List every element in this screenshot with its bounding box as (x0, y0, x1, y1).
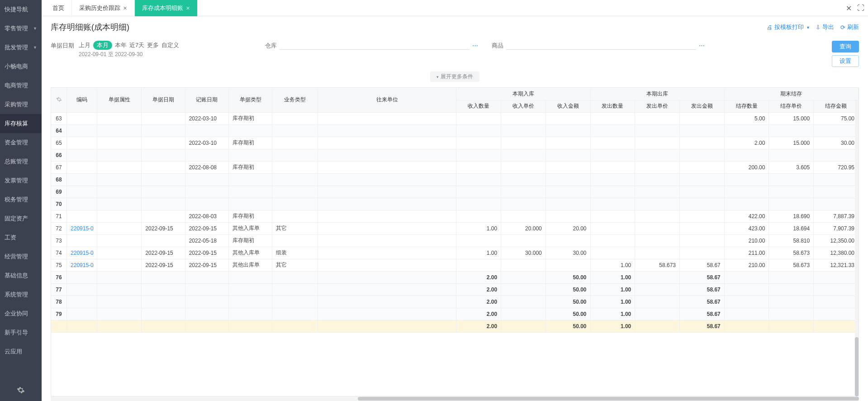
col-attr[interactable]: 单据属性 (97, 88, 142, 112)
col-out-amt[interactable]: 发出金额 (679, 100, 724, 112)
tab[interactable]: 库存成本明细账✕ (135, 0, 198, 16)
col-end-price[interactable]: 结存单价 (769, 100, 814, 112)
warehouse-lookup-icon[interactable]: ⋯ (472, 42, 478, 49)
col-partner[interactable]: 往来单位 (318, 88, 456, 112)
sidebar-item[interactable]: 经营管理 (0, 247, 42, 266)
table-cell: 2022-03-10 (185, 112, 228, 124)
sidebar-item[interactable]: 固定资产 (0, 209, 42, 228)
settings-gear-icon[interactable] (17, 389, 25, 396)
col-doc-type[interactable]: 单据类型 (228, 88, 272, 112)
table-cell[interactable]: 220915-0 (67, 222, 97, 234)
table-row[interactable]: 66 (51, 149, 859, 161)
table-cell (679, 198, 724, 210)
table-row[interactable]: 74220915-02022-09-152022-09-15其他入库单组装1.0… (51, 247, 859, 259)
table-cell (67, 173, 97, 186)
export-button[interactable]: ⇩导出 (816, 23, 834, 31)
table-cell (67, 161, 97, 173)
table-row[interactable]: 732022-05-18库存期初210.0058.81012,350.00 (51, 234, 859, 247)
col-in-qty[interactable]: 收入数量 (456, 100, 501, 112)
column-settings-button[interactable] (51, 88, 67, 112)
table-cell (814, 198, 859, 210)
sidebar-item[interactable]: 工资 (0, 228, 42, 247)
horizontal-scrollbar[interactable] (51, 396, 859, 401)
sidebar-item[interactable]: 批发管理▼ (0, 38, 42, 57)
table-cell (272, 112, 318, 124)
col-in-price[interactable]: 收入单价 (501, 100, 546, 112)
sidebar-item[interactable]: 系统管理 (0, 285, 42, 304)
table-row[interactable]: 64 (51, 124, 859, 137)
table-cell (97, 149, 142, 161)
col-in-amt[interactable]: 收入金额 (545, 100, 590, 112)
table-cell (318, 283, 456, 296)
sidebar-item[interactable]: 总账管理 (0, 152, 42, 171)
col-out-price[interactable]: 发出单价 (635, 100, 680, 112)
sidebar-item[interactable]: 库存核算 (0, 114, 42, 133)
sidebar-item[interactable]: 电商管理 (0, 76, 42, 95)
fullscreen-icon[interactable]: ⛶ (857, 4, 864, 12)
date-range-option[interactable]: 自定义 (161, 41, 179, 49)
col-acc-date[interactable]: 记账日期 (185, 88, 228, 112)
close-icon[interactable]: ✕ (186, 0, 190, 16)
sidebar-item[interactable]: 快捷导航 (0, 0, 42, 19)
date-range-option[interactable]: 本月 (93, 41, 112, 50)
table-cell (679, 137, 724, 149)
table-cell: 200.00 (724, 161, 769, 173)
close-icon[interactable]: ✕ (123, 0, 127, 16)
expand-filters-button[interactable]: ▾展开更多条件 (430, 72, 479, 82)
date-range-option[interactable]: 更多 (147, 41, 159, 49)
refresh-button[interactable]: ⟳刷新 (840, 23, 859, 31)
sidebar-item[interactable]: 发票管理 (0, 171, 42, 190)
date-range-option[interactable]: 本年 (115, 41, 127, 49)
date-range-option[interactable]: 上月 (79, 41, 90, 49)
table-cell (456, 124, 501, 137)
table-cell (501, 296, 546, 308)
query-button[interactable]: 查询 (832, 41, 859, 53)
table-row[interactable]: 2.0050.001.0058.67 (51, 320, 859, 332)
print-button[interactable]: 🖨按模板打印▾ (767, 23, 809, 31)
settings-button[interactable]: 设置 (832, 55, 859, 67)
col-biz-type[interactable]: 业务类型 (272, 88, 318, 112)
col-end-amt[interactable]: 结存金额 (814, 100, 859, 112)
product-input[interactable] (506, 41, 696, 50)
sidebar-item[interactable]: 税务管理 (0, 190, 42, 209)
table-row[interactable]: 70 (51, 198, 859, 210)
sidebar-item[interactable]: 基础信息 (0, 266, 42, 285)
date-range-option[interactable]: 近7天 (129, 41, 144, 49)
table-cell: 30.00 (814, 137, 859, 149)
sidebar-item[interactable]: 采购管理 (0, 95, 42, 114)
tab[interactable]: 首页 (45, 0, 72, 16)
sidebar-item[interactable]: 企业协同 (0, 304, 42, 323)
vertical-scrollbar[interactable] (855, 100, 859, 396)
sidebar-item[interactable]: 零售管理▼ (0, 19, 42, 38)
table-row[interactable]: 72220915-02022-09-152022-09-15其他入库单其它1.0… (51, 222, 859, 234)
table-row[interactable]: 68 (51, 173, 859, 186)
table-row[interactable]: 75220915-02022-09-152022-09-15其他出库单其它1.0… (51, 259, 859, 271)
sidebar-item[interactable]: 资金管理 (0, 133, 42, 152)
table-row[interactable]: 772.0050.001.0058.67 (51, 283, 859, 296)
table-row[interactable]: 672022-08-08库存期初200.003.605720.95 (51, 161, 859, 173)
table-row[interactable]: 792.0050.001.0058.67 (51, 308, 859, 320)
sidebar-item[interactable]: 新手引导 (0, 323, 42, 342)
col-out-qty[interactable]: 发出数量 (590, 100, 635, 112)
tab-close-all-icon[interactable]: ✕ (846, 4, 852, 13)
tab[interactable]: 采购历史价跟踪✕ (72, 0, 135, 16)
table-row[interactable]: 712022-08-03库存期初422.0018.6907,887.39 (51, 210, 859, 222)
table-cell (318, 112, 456, 124)
sidebar-item[interactable]: 云应用 (0, 342, 42, 361)
table-row[interactable]: 762.0050.001.0058.67 (51, 271, 859, 283)
table-cell[interactable]: 220915-0 (67, 247, 97, 259)
col-code[interactable]: 编码 (67, 88, 97, 112)
col-doc-date[interactable]: 单据日期 (142, 88, 185, 112)
product-lookup-icon[interactable]: ⋯ (699, 42, 705, 49)
table-cell (142, 234, 185, 247)
warehouse-input[interactable] (280, 41, 470, 50)
table-row[interactable]: 782.0050.001.0058.67 (51, 296, 859, 308)
table-row[interactable]: 69 (51, 186, 859, 198)
table-row[interactable]: 632022-03-10库存期初5.0015.00075.00 (51, 112, 859, 124)
table-cell[interactable]: 220915-0 (67, 259, 97, 271)
table-cell: 库存期初 (228, 210, 272, 222)
table-cell (635, 320, 680, 332)
col-end-qty[interactable]: 结存数量 (724, 100, 769, 112)
sidebar-item[interactable]: 小畅电商 (0, 57, 42, 76)
table-row[interactable]: 652022-03-10库存期初2.0015.00030.00 (51, 137, 859, 149)
